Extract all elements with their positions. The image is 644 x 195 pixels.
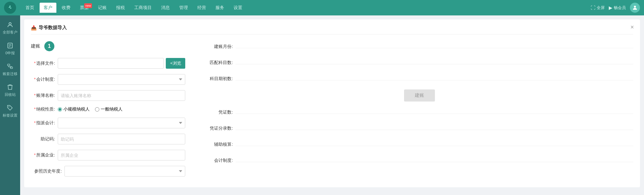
top-navigation: 首页 客户 收费 票据 new 记账 报税 工商项目 消息 管理 经营 服务 设… — [0, 0, 644, 15]
right-accounting-system-value — [236, 159, 633, 162]
transfer-icon — [6, 62, 14, 70]
voucher-count-label: 凭证数: — [205, 109, 236, 115]
memo-row: 助记码: — [31, 134, 185, 144]
accounting-month-value — [236, 45, 633, 48]
general-taxpayer-radio[interactable] — [95, 107, 99, 112]
close-button[interactable]: × — [630, 24, 634, 30]
file-row: 选择文件: +浏览 — [31, 58, 185, 69]
trash-icon — [6, 83, 14, 91]
nav-item-tax[interactable]: 报税 — [112, 3, 129, 13]
match-subjects-value — [236, 61, 633, 64]
accounting-month-row: 建账月份: — [205, 41, 633, 52]
sidebar-item-tag-settings[interactable]: 标签设置 — [0, 101, 20, 121]
assigned-accountant-label: 指派会计: — [31, 120, 58, 126]
nav-item-business[interactable]: 工商项目 — [130, 3, 156, 13]
nav-item-operation[interactable]: 经营 — [193, 3, 210, 13]
company-label: 所属企业: — [31, 152, 58, 158]
right-accounting-system-row: 会计制度: — [205, 155, 633, 166]
step-indicator: 建账 1 — [31, 41, 185, 51]
assigned-accountant-select[interactable] — [58, 118, 185, 128]
tag-icon — [6, 104, 14, 112]
company-row: 所属企业: — [31, 150, 185, 160]
accounting-system-row: 会计制度: — [31, 74, 185, 85]
voucher-count-row: 凭证数: — [205, 107, 633, 118]
small-taxpayer-radio[interactable] — [58, 107, 62, 112]
ledger-name-label: 账簿名称: — [31, 92, 58, 99]
tax-type-row: 纳税性质: 小规模纳税人 一般纳税人 — [31, 106, 185, 112]
app-logo[interactable] — [4, 2, 16, 14]
nav-item-message[interactable]: 消息 — [157, 3, 174, 13]
fullscreen-button[interactable]: ⛶ 全屏 — [591, 5, 605, 11]
nav-right-area: ⛶ 全屏 ▶ 畅会员 — [591, 3, 640, 13]
auxiliary-row: 辅助核算: — [205, 139, 633, 150]
nav-item-accounting[interactable]: 记账 — [94, 3, 111, 13]
match-subjects-label: 匹配科目数: — [205, 60, 236, 66]
import-card: 📥 导爷数据导入 × 建账 1 选择文件: — [24, 19, 640, 187]
svg-point-1 — [9, 6, 11, 7]
svg-point-2 — [634, 6, 636, 8]
accounting-system-select[interactable] — [58, 74, 185, 85]
tax-type-radio-group: 小规模纳税人 一般纳税人 — [58, 106, 122, 112]
build-button[interactable]: 建账 — [404, 89, 435, 102]
sidebar-item-trash[interactable]: 回收站 — [0, 80, 20, 100]
sidebar-item-transfer[interactable]: 账套迁移 — [0, 60, 20, 79]
step-label: 建账 — [31, 43, 40, 49]
file-input[interactable] — [58, 58, 164, 69]
auxiliary-value — [236, 143, 633, 146]
subject-opening-label: 科目期初数: — [205, 76, 236, 82]
voucher-entries-row: 凭证分录数: — [205, 123, 633, 134]
browse-button[interactable]: +浏览 — [166, 58, 185, 69]
card-title: 导爷数据导入 — [39, 25, 67, 31]
match-subjects-row: 匹配科目数: — [205, 57, 633, 68]
svg-point-3 — [9, 22, 11, 25]
nav-item-manage[interactable]: 管理 — [175, 3, 192, 13]
main-content: 📥 导爷数据导入 × 建账 1 选择文件: — [20, 15, 644, 195]
memo-label: 助记码: — [31, 136, 58, 142]
subject-opening-value — [236, 77, 633, 80]
history-year-label: 参照历史年度: — [31, 168, 64, 174]
form-right: 建账月份: 匹配科目数: 科目期初数: 建账 — [199, 41, 633, 182]
memo-input[interactable] — [58, 134, 185, 144]
file-label: 选择文件: — [31, 60, 58, 66]
voucher-entries-value — [236, 127, 633, 130]
right-accounting-system-label: 会计制度: — [205, 157, 236, 164]
assigned-accountant-row: 指派会计: — [31, 118, 185, 128]
voucher-entries-label: 凭证分录数: — [205, 125, 236, 131]
sidebar: 全部客户 0申报 账套迁移 — [0, 15, 20, 195]
avatar[interactable] — [630, 3, 640, 13]
nav-item-settings[interactable]: 设置 — [230, 3, 246, 13]
sidebar-item-declaration[interactable]: 0申报 — [0, 39, 20, 58]
small-taxpayer-option[interactable]: 小规模纳税人 — [58, 106, 90, 112]
svg-rect-5 — [8, 64, 10, 66]
nav-item-client[interactable]: 客户 — [40, 3, 56, 13]
form-area: 建账 1 选择文件: +浏览 — [31, 41, 633, 182]
general-taxpayer-option[interactable]: 一般纳税人 — [95, 106, 122, 112]
nav-menu: 首页 客户 收费 票据 new 记账 报税 工商项目 消息 管理 经营 服务 设… — [21, 3, 591, 13]
card-header: 📥 导爷数据导入 — [31, 25, 633, 35]
accounting-month-label: 建账月份: — [205, 44, 236, 50]
nav-item-home[interactable]: 首页 — [21, 3, 38, 13]
history-year-select[interactable] — [64, 166, 185, 177]
new-badge: new — [84, 3, 92, 8]
nav-item-service[interactable]: 服务 — [211, 3, 228, 13]
step-circle: 1 — [44, 41, 54, 51]
file-input-area: +浏览 — [58, 58, 185, 69]
voucher-count-value — [236, 111, 633, 114]
declaration-icon — [6, 42, 14, 50]
nav-item-invoice[interactable]: 票据 new — [76, 3, 93, 13]
tax-type-label: 纳税性质: — [31, 106, 58, 112]
form-left: 建账 1 选择文件: +浏览 — [31, 41, 199, 182]
nav-item-fee[interactable]: 收费 — [58, 3, 75, 13]
subject-opening-row: 科目期初数: — [205, 73, 633, 84]
history-year-row: 参照历史年度: — [31, 166, 185, 177]
import-icon: 📥 — [31, 25, 37, 30]
accounting-system-label: 会计制度: — [31, 76, 58, 82]
auxiliary-label: 辅助核算: — [205, 141, 236, 147]
ledger-name-row: 账簿名称: — [31, 90, 185, 101]
member-button[interactable]: ▶ 畅会员 — [609, 5, 626, 11]
sidebar-item-all-clients[interactable]: 全部客户 — [0, 18, 20, 38]
main-layout: 全部客户 0申报 账套迁移 — [0, 15, 644, 195]
company-input[interactable] — [58, 150, 185, 160]
ledger-name-input[interactable] — [58, 90, 185, 101]
user-icon — [6, 21, 14, 29]
